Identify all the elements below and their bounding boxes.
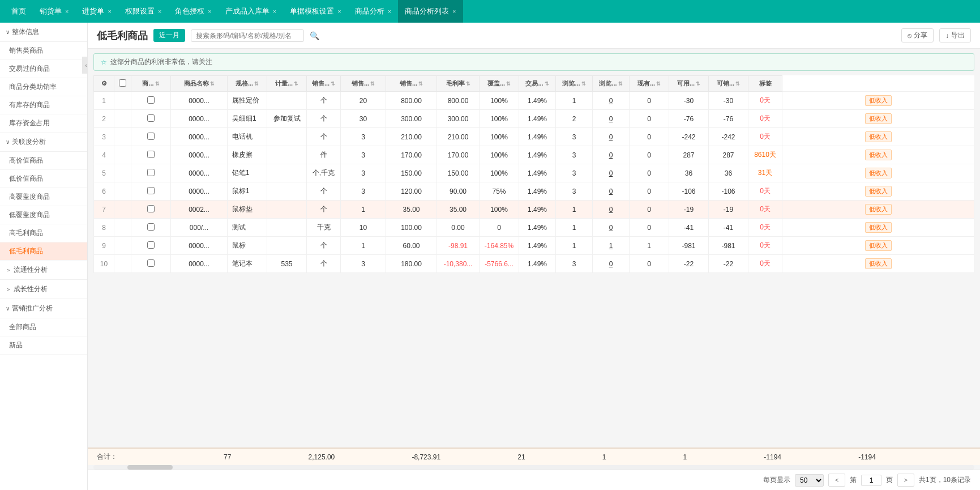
sidebar-item-low-coverage[interactable]: 低覆盖度商品 [0, 206, 87, 224]
nav-close-icon[interactable]: × [337, 8, 341, 15]
row-select-checkbox[interactable] [147, 241, 155, 249]
sort-icon[interactable]: ⇅ [656, 81, 661, 87]
row-select-checkbox[interactable] [147, 169, 155, 176]
col-checkbox[interactable] [114, 76, 131, 92]
row-view1[interactable]: 0 [593, 219, 630, 237]
row-select-checkbox[interactable] [147, 96, 155, 104]
sidebar-item-stock-capital[interactable]: 库存资金占用 [0, 114, 87, 133]
nav-product-analysis-list[interactable]: 商品分析列表 × [398, 0, 463, 23]
col-tag[interactable]: 标签 [748, 76, 782, 92]
row-checkbox[interactable] [131, 110, 171, 128]
sidebar-item-stock-products[interactable]: 有库存的商品 [0, 96, 87, 114]
row-checkbox[interactable] [131, 92, 171, 110]
col-sales-qty[interactable]: 销售...⇅ [307, 76, 341, 92]
row-checkbox[interactable] [131, 128, 171, 146]
row-view1[interactable]: 0 [593, 164, 630, 182]
nav-close-icon[interactable]: × [273, 8, 276, 15]
row-select-checkbox[interactable] [147, 205, 155, 212]
row-checkbox[interactable] [131, 255, 171, 273]
nav-product-analysis[interactable]: 商品分析 × [348, 0, 398, 23]
col-sellable[interactable]: 可销...⇅ [709, 76, 748, 92]
row-checkbox[interactable] [131, 219, 171, 237]
row-view1[interactable]: 0 [593, 201, 630, 219]
search-icon[interactable]: 🔍 [310, 31, 319, 40]
col-unit[interactable]: 计量...⇅ [267, 76, 307, 92]
sort-icon[interactable]: ⇅ [418, 81, 423, 87]
sidebar-group-liquidity-title[interactable]: ＞ 流通性分析 [0, 261, 87, 280]
sidebar-group-correlation-title[interactable]: ∨ 关联度分析 [0, 133, 87, 152]
nav-sales-order[interactable]: 销货单 × [33, 0, 75, 23]
nav-close-icon[interactable]: × [158, 8, 161, 15]
sort-icon[interactable]: ⇅ [254, 81, 259, 87]
col-code[interactable]: 商...⇅ [131, 76, 171, 92]
sort-icon[interactable]: ⇅ [735, 81, 740, 87]
page-number-input[interactable] [861, 475, 881, 486]
col-gross-margin[interactable]: 毛利率⇅ [437, 76, 480, 92]
nav-product-entry[interactable]: 产成品入库单 × [219, 0, 283, 23]
sidebar-item-all-products[interactable]: 全部商品 [0, 318, 87, 336]
sidebar-item-sales-products[interactable]: 销售类商品 [0, 42, 87, 60]
col-sales-price[interactable]: 销售...⇅ [341, 76, 386, 92]
sort-icon[interactable]: ⇅ [155, 81, 160, 87]
row-checkbox[interactable] [131, 237, 171, 255]
col-view1[interactable]: 浏览...⇅ [556, 76, 593, 92]
sort-icon[interactable]: ⇅ [370, 81, 375, 87]
sidebar-group-marketing-title[interactable]: ∨ 营销推广分析 [0, 299, 87, 318]
row-select-checkbox[interactable] [147, 223, 155, 231]
row-checkbox[interactable] [131, 146, 171, 164]
col-view2[interactable]: 浏览...⇅ [593, 76, 630, 92]
next-page-btn[interactable]: ＞ [897, 474, 914, 487]
row-checkbox[interactable] [131, 182, 171, 201]
row-view1[interactable]: 0 [593, 110, 630, 128]
nav-close-icon[interactable]: × [208, 8, 211, 15]
prev-page-btn[interactable]: ＜ [828, 474, 845, 487]
sidebar-item-high-coverage[interactable]: 高覆盖度商品 [0, 188, 87, 206]
sort-icon[interactable]: ⇅ [466, 81, 470, 87]
nav-close-icon[interactable]: × [65, 8, 69, 15]
nav-purchase-order[interactable]: 进货单 × [75, 0, 118, 23]
nav-role-auth[interactable]: 角色授权 × [168, 0, 218, 23]
sort-icon[interactable]: ⇅ [294, 81, 298, 87]
sidebar-item-low-margin[interactable]: 低毛利商品 [0, 242, 87, 261]
sort-icon[interactable]: ⇅ [506, 81, 511, 87]
sort-icon[interactable]: ⇅ [210, 81, 215, 87]
row-select-checkbox[interactable] [147, 151, 155, 158]
col-available[interactable]: 可用...⇅ [669, 76, 709, 92]
col-current-stock[interactable]: 现有...⇅ [630, 76, 669, 92]
sidebar-item-high-value[interactable]: 高价值商品 [0, 152, 87, 170]
col-transactions[interactable]: 交易...⇅ [519, 76, 556, 92]
sidebar-item-low-value[interactable]: 低价值商品 [0, 170, 87, 188]
col-settings[interactable]: ⚙ [94, 76, 114, 92]
date-filter-btn[interactable]: 近一月 [153, 29, 185, 42]
settings-icon[interactable]: ⚙ [101, 80, 107, 87]
nav-template-settings[interactable]: 单据模板设置 × [283, 0, 348, 23]
nav-close-icon[interactable]: × [452, 8, 456, 15]
sort-icon[interactable]: ⇅ [581, 81, 586, 87]
row-view1[interactable]: 0 [593, 128, 630, 146]
search-input[interactable] [191, 29, 304, 42]
horizontal-scrollbar[interactable] [93, 465, 974, 470]
share-btn[interactable]: ⎋ 分享 [901, 28, 934, 42]
col-sales-profit[interactable]: 销售...⇅ [386, 76, 437, 92]
sidebar-group-growth-title[interactable]: ＞ 成长性分析 [0, 280, 87, 299]
select-all-checkbox[interactable] [119, 79, 126, 87]
page-size-select[interactable]: 50 100 200 [795, 474, 824, 487]
row-view1[interactable]: 0 [593, 146, 630, 164]
row-checkbox[interactable] [131, 201, 171, 219]
sidebar-item-traded-products[interactable]: 交易过的商品 [0, 60, 87, 78]
row-view1[interactable]: 1 [593, 237, 630, 255]
sidebar-item-category-rate[interactable]: 商品分类助销率 [0, 78, 87, 96]
row-view1[interactable]: 0 [593, 255, 630, 273]
nav-permissions[interactable]: 权限设置 × [118, 0, 168, 23]
row-view1[interactable]: 0 [593, 182, 630, 201]
row-checkbox[interactable] [131, 164, 171, 182]
sort-icon[interactable]: ⇅ [696, 81, 700, 87]
sidebar-collapse-btn[interactable]: « [82, 57, 88, 74]
scrollbar-thumb[interactable] [127, 465, 173, 470]
sort-icon[interactable]: ⇅ [618, 81, 623, 87]
sidebar-item-new-products[interactable]: 新品 [0, 336, 87, 355]
nav-close-icon[interactable]: × [388, 8, 391, 15]
col-name[interactable]: 商品名称⇅ [171, 76, 228, 92]
row-select-checkbox[interactable] [147, 259, 155, 267]
row-select-checkbox[interactable] [147, 114, 155, 122]
